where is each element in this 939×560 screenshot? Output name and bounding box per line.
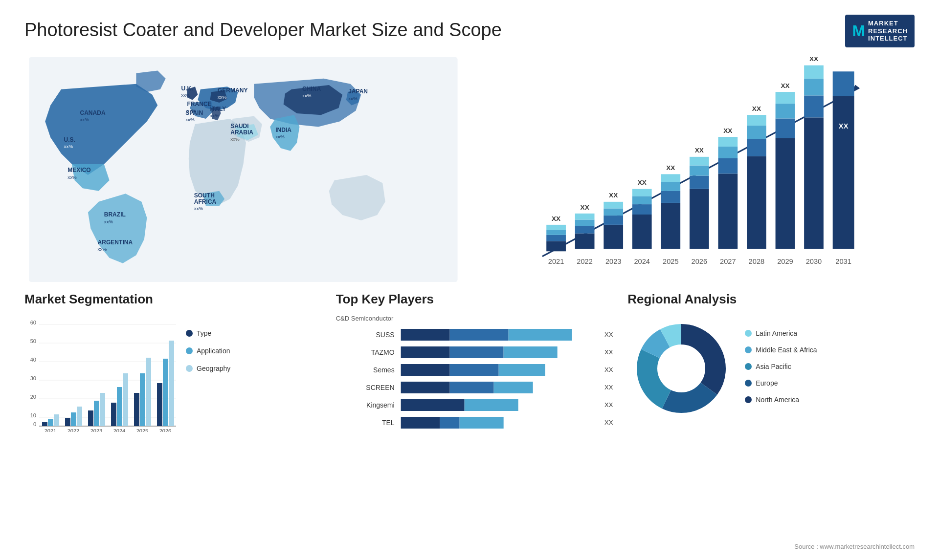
svg-rect-114 xyxy=(48,419,53,426)
svg-rect-150 xyxy=(464,399,518,411)
svg-rect-153 xyxy=(459,417,503,429)
player-name-tazmo: TAZMO xyxy=(336,348,395,356)
logo-line2: RESEARCH xyxy=(868,27,908,35)
player-row-semes: Semes XX xyxy=(336,363,613,377)
legend-north-america: North America xyxy=(745,396,817,404)
svg-rect-81 xyxy=(804,95,824,117)
svg-text:INDIA: INDIA xyxy=(275,127,291,133)
svg-rect-47 xyxy=(604,208,623,215)
svg-text:ARABIA: ARABIA xyxy=(230,129,253,135)
svg-text:FRANCE: FRANCE xyxy=(187,100,212,107)
player-name-kingsemi: Kingsemi xyxy=(336,401,395,409)
svg-rect-147 xyxy=(449,382,493,393)
segmentation-title: Market Segmentation xyxy=(24,292,312,307)
svg-rect-63 xyxy=(690,157,709,166)
svg-rect-123 xyxy=(117,387,122,426)
player-value-kingsemi: XX xyxy=(604,401,613,409)
logo-container: M MARKET RESEARCH INTELLECT xyxy=(845,15,915,47)
svg-rect-36 xyxy=(546,235,566,241)
svg-rect-117 xyxy=(71,412,76,426)
type-label: Type xyxy=(197,329,211,337)
player-bar-semes xyxy=(399,363,599,377)
svg-text:CANADA: CANADA xyxy=(80,109,105,116)
svg-text:SOUTH: SOUTH xyxy=(194,192,215,199)
middle-east-color xyxy=(745,346,752,353)
svg-rect-61 xyxy=(690,175,709,189)
application-label: Application xyxy=(197,347,230,355)
svg-text:2028: 2028 xyxy=(749,258,765,265)
svg-text:2023: 2023 xyxy=(90,428,102,432)
svg-text:2023: 2023 xyxy=(605,258,622,265)
geography-color xyxy=(186,365,193,372)
svg-text:XX: XX xyxy=(666,164,675,172)
svg-rect-50 xyxy=(632,215,652,249)
svg-rect-142 xyxy=(503,346,557,358)
svg-rect-53 xyxy=(632,189,652,196)
svg-text:xx%: xx% xyxy=(218,94,227,100)
svg-text:xx%: xx% xyxy=(181,92,190,98)
player-value-suss: XX xyxy=(604,331,613,338)
svg-text:0: 0 xyxy=(33,421,36,427)
svg-rect-57 xyxy=(661,182,680,191)
svg-rect-70 xyxy=(747,156,766,249)
svg-text:2021: 2021 xyxy=(45,428,56,432)
svg-text:BRAZIL: BRAZIL xyxy=(104,211,126,218)
svg-text:30: 30 xyxy=(30,375,36,381)
svg-text:2026: 2026 xyxy=(692,258,708,265)
player-bar-screen xyxy=(399,381,599,394)
bottom-grid: Market Segmentation 60 50 40 30 20 10 0 xyxy=(24,292,915,433)
svg-rect-126 xyxy=(140,373,145,426)
world-map-svg: CANADA xx% U.S. xx% MEXICO xx% BRAZIL xx… xyxy=(24,57,462,282)
svg-rect-65 xyxy=(718,173,738,249)
player-row-suss: SUSS XX xyxy=(336,328,613,342)
svg-text:xx%: xx% xyxy=(194,206,203,211)
svg-text:xx%: xx% xyxy=(64,144,73,149)
svg-text:2022: 2022 xyxy=(67,428,79,432)
legend-application: Application xyxy=(186,347,230,355)
svg-rect-62 xyxy=(690,165,709,175)
svg-rect-75 xyxy=(776,138,795,249)
svg-rect-82 xyxy=(804,79,824,96)
svg-rect-48 xyxy=(604,202,623,209)
segmentation-section: Market Segmentation 60 50 40 30 20 10 0 xyxy=(24,292,312,433)
svg-rect-151 xyxy=(401,417,440,429)
bar-chart-section: XX XX XX XX xyxy=(477,57,915,282)
player-row-tel: TEL XX xyxy=(336,416,613,430)
svg-rect-152 xyxy=(440,417,459,429)
legend-type: Type xyxy=(186,329,230,337)
svg-text:50: 50 xyxy=(30,338,36,344)
page-container: Photoresist Coater and Developer Market … xyxy=(0,0,939,560)
svg-text:xx%: xx% xyxy=(80,117,89,122)
svg-rect-113 xyxy=(42,422,47,426)
europe-label: Europe xyxy=(756,379,778,387)
svg-text:xx%: xx% xyxy=(67,174,77,179)
svg-text:2029: 2029 xyxy=(777,258,793,265)
svg-rect-42 xyxy=(575,219,595,226)
legend-europe: Europe xyxy=(745,379,817,387)
svg-rect-77 xyxy=(776,104,795,118)
svg-text:xx%: xx% xyxy=(98,246,107,252)
svg-rect-35 xyxy=(546,241,566,251)
svg-rect-71 xyxy=(747,139,766,156)
segmentation-legend: Type Application Geography xyxy=(186,329,230,376)
svg-text:XX: XX xyxy=(638,179,647,186)
logo-line3: INTELLECT xyxy=(868,35,908,43)
svg-rect-45 xyxy=(604,225,623,249)
svg-text:2021: 2021 xyxy=(548,258,564,265)
player-bar-tel xyxy=(399,416,599,430)
svg-rect-80 xyxy=(804,117,824,249)
svg-rect-120 xyxy=(94,401,99,426)
regional-title: Regional Analysis xyxy=(627,292,915,307)
header: Photoresist Coater and Developer Market … xyxy=(24,15,915,47)
svg-text:2031: 2031 xyxy=(835,258,851,265)
svg-rect-122 xyxy=(111,403,116,426)
svg-text:2027: 2027 xyxy=(720,258,736,265)
logo-letter: M xyxy=(852,22,865,40)
svg-text:2022: 2022 xyxy=(577,258,593,265)
svg-text:2025: 2025 xyxy=(136,428,148,432)
svg-text:XX: XX xyxy=(695,147,704,154)
svg-text:SAUDI: SAUDI xyxy=(230,122,248,129)
growth-bar-chart: XX XX XX XX xyxy=(477,57,915,282)
svg-rect-67 xyxy=(718,147,738,158)
type-color xyxy=(186,330,193,337)
